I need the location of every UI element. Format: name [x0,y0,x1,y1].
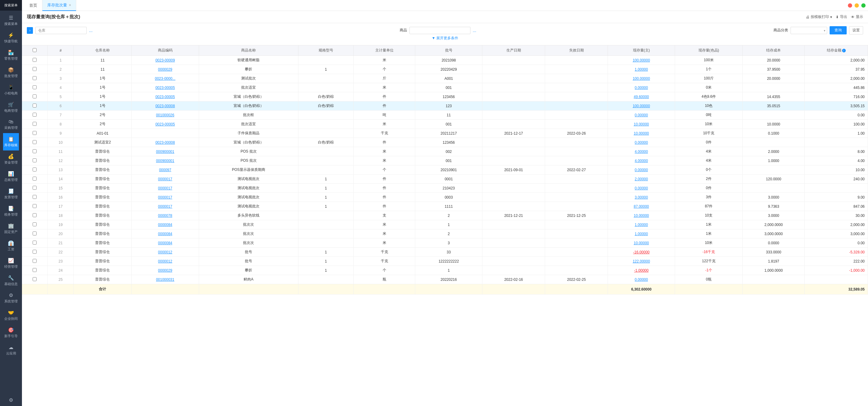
sidebar-item-purchase[interactable]: 🛍采购管理 [3,116,19,133]
cell-check[interactable] [22,275,48,284]
cell-check[interactable] [22,129,48,138]
cell-check[interactable] [22,202,48,211]
tab-inventory-batch[interactable]: 库存批次量× [42,0,76,11]
cell-check[interactable] [22,101,48,110]
value-info-icon[interactable]: i [842,49,846,53]
filter-goods-input[interactable] [409,27,470,34]
win-max-btn[interactable] [861,3,866,8]
print-btn[interactable]: 🖨 按模板打印 ▾ [806,14,832,20]
row-checkbox[interactable] [33,195,37,199]
row-checkbox[interactable] [33,213,37,217]
cell-check[interactable] [22,220,48,229]
row-checkbox[interactable] [33,222,37,226]
filter-warehouse-ellipsis[interactable]: ... [88,28,94,33]
row-checkbox[interactable] [33,250,37,254]
sidebar-item-ecom[interactable]: 🛒电商管理 [3,99,19,116]
cell-check[interactable] [22,120,48,129]
sidebar-item-sys[interactable]: ⚙系统管理 [3,289,19,307]
row-checkbox[interactable] [33,204,37,208]
sidebar-item-base[interactable]: 🔧基础信息 [3,272,19,289]
cell-check[interactable] [22,138,48,147]
row-checkbox[interactable] [33,104,37,107]
row-checkbox[interactable] [33,177,37,181]
row-checkbox[interactable] [33,149,37,153]
cell-check[interactable] [22,156,48,165]
cell-check[interactable] [22,92,48,101]
cell-check[interactable] [22,56,48,65]
sidebar-item-finance[interactable]: 💰资金管理 [3,150,19,168]
row-checkbox[interactable] [33,131,37,135]
sidebar-item-ops[interactable]: 📈经营管理 [3,255,19,272]
sidebar-item-inventory[interactable]: 📋库存核账 [3,133,19,150]
sidebar-item-wholesale[interactable]: 📦批发管理 [3,64,19,81]
cell-check[interactable] [22,110,48,120]
sidebar-item-tax[interactable]: 📑税务管理 [3,203,19,220]
filter-category-select[interactable] [790,27,827,34]
sidebar-item-collab[interactable]: 🤝企业协同 [3,307,19,324]
sidebar-label-retail: 零售管理 [4,56,18,61]
export-btn[interactable]: ⬇ 导出 [836,14,847,20]
row-checkbox[interactable] [33,85,37,89]
row-checkbox[interactable] [33,232,37,235]
search-btn[interactable]: 查询 [830,26,847,34]
cell-check[interactable] [22,74,48,83]
row-checkbox[interactable] [33,277,37,281]
tab-close-inventory-batch[interactable]: × [69,3,71,7]
cell-goods-name: 鲜肉A [199,275,298,284]
row-checkbox[interactable] [33,94,37,98]
cell-check[interactable] [22,184,48,193]
sidebar-item-newbie[interactable]: 🎯新手引导 [3,324,19,341]
cell-qty-main: 1.00000 [608,220,675,229]
row-checkbox[interactable] [33,67,37,71]
col-header-value: 结存金额i [805,45,868,56]
expand-more[interactable]: ▼ 展开更多条件 [27,34,863,42]
tab-home[interactable]: 首页 [24,0,42,11]
sidebar-item-fixed[interactable]: 🏢固定资产 [3,220,19,237]
row-checkbox[interactable] [33,259,37,263]
col-header-goods_name: 商品名称 [199,45,298,56]
cell-check[interactable] [22,257,48,266]
row-checkbox[interactable] [33,122,37,126]
sidebar-item-cloud[interactable]: ☁云应用 [3,341,19,359]
cell-exp-date [545,156,608,165]
row-checkbox[interactable] [33,186,37,190]
sidebar-item-mini-ecom[interactable]: 📱小程电商 [3,81,19,99]
sidebar-logo[interactable]: 搜索菜单 [0,0,22,11]
row-checkbox[interactable] [33,113,37,117]
cell-check[interactable] [22,83,48,92]
cell-check[interactable] [22,238,48,248]
sidebar-item-retail[interactable]: 🏪零售管理 [3,46,19,64]
row-checkbox[interactable] [33,168,37,171]
cell-check[interactable] [22,165,48,174]
sidebar-item-labor[interactable]: 👔工资 [3,237,19,255]
filter-expand-btn[interactable]: › [27,27,33,34]
cell-check[interactable] [22,65,48,74]
cell-check[interactable] [22,193,48,202]
cell-check[interactable] [22,147,48,156]
row-checkbox[interactable] [33,268,37,272]
sidebar-settings[interactable]: ⚙ [0,394,22,406]
sidebar-label-mini-ecom: 小程电商 [4,91,18,96]
sidebar-item-quick-nav[interactable]: ⚡快捷导航 [3,29,19,46]
sidebar-item-general[interactable]: 📊总账管理 [3,168,19,185]
row-checkbox[interactable] [33,241,37,244]
row-checkbox[interactable] [33,158,37,162]
filter-goods-ellipsis[interactable]: ... [472,28,478,33]
cell-check[interactable] [22,229,48,238]
cell-spec [298,120,353,129]
filter-settings-btn[interactable]: 设置 [849,26,863,34]
cell-check[interactable] [22,266,48,275]
sidebar-item-invoice[interactable]: 🧾发票管理 [3,185,19,203]
display-btn[interactable]: 👁 显示 [851,14,863,20]
win-close-btn[interactable] [848,3,852,8]
cell-check[interactable] [22,248,48,257]
filter-warehouse-input[interactable] [35,27,87,34]
row-checkbox[interactable] [33,58,37,62]
win-min-btn[interactable] [855,3,859,8]
cell-check[interactable] [22,174,48,184]
cell-check[interactable] [22,211,48,220]
select-all-checkbox[interactable] [33,48,37,52]
row-checkbox[interactable] [33,140,37,144]
row-checkbox[interactable] [33,76,37,80]
sidebar-item-search-menu[interactable]: ☰搜索菜单 [3,12,19,29]
